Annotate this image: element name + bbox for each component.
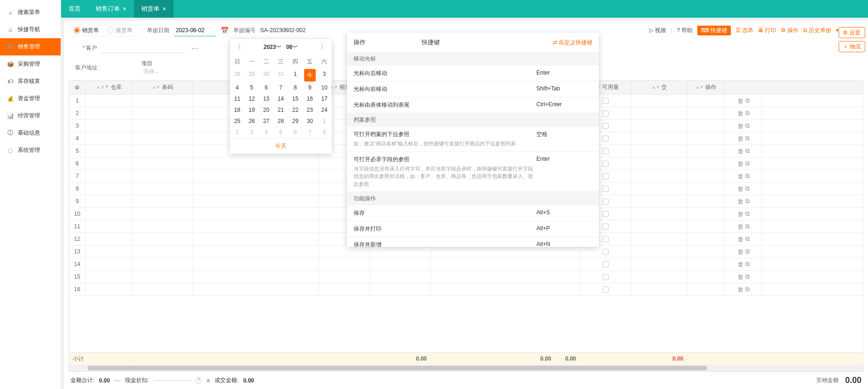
delete-icon[interactable]: 🗑 (737, 223, 743, 230)
date-input[interactable] (174, 24, 216, 36)
cal-day[interactable]: 19 (244, 104, 259, 116)
copy-icon[interactable]: ⧉ (745, 172, 750, 180)
delete-icon[interactable]: 🗑 (737, 173, 743, 180)
gift-checkbox[interactable] (603, 148, 609, 154)
delete-icon[interactable]: 🗑 (737, 236, 743, 243)
cal-day[interactable]: 6 (288, 127, 303, 138)
cal-day[interactable]: 3 (317, 68, 332, 82)
cal-day[interactable]: 12 (244, 93, 259, 104)
cal-day[interactable]: 21 (273, 104, 288, 116)
cal-day[interactable]: 16 (303, 93, 317, 104)
h-scrollbar[interactable] (69, 365, 863, 371)
gift-checkbox[interactable] (603, 161, 609, 167)
tab-0[interactable]: 首页 (61, 0, 88, 18)
delete-icon[interactable]: 🗑 (737, 185, 743, 192)
tab-1[interactable]: 销售订单× (88, 0, 134, 18)
cal-day[interactable]: 30 (259, 68, 273, 82)
sidebar-item-3[interactable]: 📦采购管理 (0, 55, 61, 73)
cal-day[interactable]: 29 (244, 68, 259, 82)
table-row[interactable]: 16🗑⧉ (69, 283, 863, 296)
gift-checkbox[interactable] (603, 287, 609, 293)
copy-icon[interactable]: ⧉ (745, 235, 750, 243)
delete-icon[interactable]: 🗑 (737, 248, 743, 255)
delete-icon[interactable]: 🗑 (737, 123, 743, 130)
print-button[interactable]: 🖶 打印 (758, 27, 776, 34)
project-input[interactable]: 选择... (141, 68, 159, 75)
cal-day[interactable]: 5 (244, 82, 259, 93)
video-button[interactable]: ▷ 视频 (649, 27, 666, 34)
table-row[interactable]: 13🗑⧉ (69, 246, 863, 258)
cal-day[interactable]: 2 (230, 127, 244, 138)
cal-day[interactable]: 14 (273, 93, 288, 104)
cal-day[interactable]: 1 (317, 116, 332, 127)
cal-day[interactable]: 28 (230, 68, 244, 82)
gift-checkbox[interactable] (603, 186, 609, 192)
table-row[interactable]: 15🗑⧉ (69, 271, 863, 283)
copy-icon[interactable]: ⧉ (745, 109, 750, 117)
action-button[interactable]: ⚙ 操作 (781, 27, 799, 34)
cal-day[interactable]: 11 (230, 93, 244, 104)
cal-day[interactable]: 28 (273, 116, 288, 127)
gift-checkbox[interactable] (603, 236, 609, 242)
cal-day[interactable]: 7 (303, 127, 317, 138)
cal-day[interactable]: 25 (230, 116, 244, 127)
cal-day[interactable]: 7 (273, 82, 288, 93)
gift-checkbox[interactable] (603, 173, 609, 179)
cal-day[interactable]: 10 (317, 82, 332, 93)
delete-icon[interactable]: 🗑 (737, 110, 743, 117)
logistics-button[interactable]: ＋ 物流 (839, 41, 865, 52)
gift-checkbox[interactable] (603, 224, 609, 230)
copy-icon[interactable]: ⧉ (745, 160, 750, 167)
cal-day[interactable]: 1 (288, 68, 303, 82)
radio-return[interactable]: 退货单 (107, 27, 132, 34)
cal-next[interactable]: 〉 (320, 43, 327, 51)
sidebar-item-1[interactable]: ⌂快捷导航 (0, 21, 61, 38)
sidebar-item-4[interactable]: 🏷库存核算 (0, 73, 61, 90)
gear-icon[interactable]: ⚙ (75, 84, 80, 91)
cal-day[interactable]: 4 (230, 82, 244, 93)
cal-day[interactable]: 5 (273, 127, 288, 138)
cal-day[interactable]: 31 (273, 68, 288, 82)
delete-icon[interactable]: 🗑 (737, 97, 743, 104)
copy-icon[interactable]: ⧉ (745, 260, 750, 268)
settings-button[interactable]: ⚙ 设置 (839, 27, 865, 38)
copy-icon[interactable]: ⧉ (745, 210, 750, 218)
cal-day[interactable]: 8 (317, 127, 332, 138)
sidebar-item-5[interactable]: 💰资金管理 (0, 90, 61, 107)
cal-day[interactable]: 4 (259, 127, 273, 138)
cal-prev[interactable]: 〈 (235, 43, 241, 51)
cal-day[interactable]: 27 (259, 116, 273, 127)
cal-today-button[interactable]: 今天 (230, 138, 332, 154)
col-head[interactable]: ▲▼操作 (687, 81, 725, 94)
customer-more-icon[interactable]: ⋯ (191, 44, 199, 53)
delete-icon[interactable]: 🗑 (737, 273, 743, 280)
cal-day[interactable]: 23 (303, 104, 317, 116)
sidebar-item-0[interactable]: ⌕搜索菜单 (0, 4, 61, 21)
copy-icon[interactable]: ⧉ (745, 147, 750, 155)
gift-checkbox[interactable] (603, 123, 609, 129)
delete-icon[interactable]: 🗑 (737, 160, 743, 167)
cal-day[interactable]: 30 (303, 116, 317, 127)
copy-icon[interactable]: ⧉ (745, 286, 750, 293)
cal-day[interactable]: 29 (288, 116, 303, 127)
help-button[interactable]: ? 帮助 (677, 27, 693, 34)
tab-close-icon[interactable]: × (123, 5, 126, 13)
delete-icon[interactable]: 🗑 (737, 261, 743, 268)
table-row[interactable]: 14🗑⧉ (69, 258, 863, 271)
sidebar-item-2[interactable]: 🛒销售管理 (0, 38, 61, 55)
shortcut-button[interactable]: ⌨ 快捷键 (697, 26, 731, 35)
gift-checkbox[interactable] (603, 136, 609, 142)
cal-day[interactable]: 3 (244, 127, 259, 138)
tab-2[interactable]: 销货单× (134, 0, 174, 18)
gift-checkbox[interactable] (603, 249, 609, 255)
sidebar-item-6[interactable]: 📊经营管理 (0, 107, 61, 124)
customer-input[interactable] (101, 43, 185, 53)
copy-icon[interactable]: ⧉ (745, 223, 750, 230)
discount-input[interactable] (153, 380, 191, 381)
help-icon[interactable]: ? (195, 377, 202, 384)
gift-checkbox[interactable] (603, 274, 609, 280)
cal-month[interactable]: 06﹀ (286, 43, 298, 51)
sidebar-item-7[interactable]: ⓘ基础信息 (0, 124, 61, 142)
delete-icon[interactable]: 🗑 (737, 135, 743, 142)
cal-year[interactable]: 2023﹀ (264, 43, 282, 51)
